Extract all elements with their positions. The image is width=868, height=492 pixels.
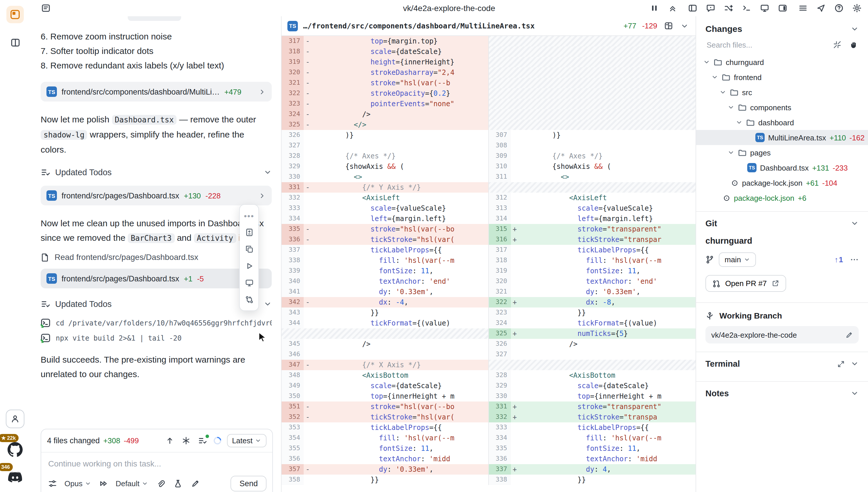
- tree-row[interactable]: TS churnguard: [696, 54, 868, 70]
- sliders-icon[interactable]: [47, 478, 57, 489]
- panel-left-icon[interactable]: [687, 3, 698, 13]
- chevron-down-icon[interactable]: [703, 58, 710, 66]
- collapse-tree-icon[interactable]: [832, 40, 842, 50]
- diff-row: 331 - {/* Y Axis */}: [282, 182, 696, 193]
- chat-bubble-icon[interactable]: [705, 3, 716, 13]
- read-file-row[interactable]: Read frontend/src/pages/Dashboard.tsx: [41, 252, 272, 262]
- file-diff-chip[interactable]: TS frontend/src/pages/Dashboard.tsx +1 -…: [41, 269, 272, 288]
- chevron-down-icon[interactable]: [850, 360, 859, 368]
- chevron-down-icon[interactable]: [727, 104, 734, 111]
- changes-status-row[interactable]: 4 files changed +308 -499: [41, 429, 272, 452]
- chevron-down-icon[interactable]: [850, 25, 859, 33]
- copy-icon[interactable]: [240, 241, 258, 257]
- mode-dropdown[interactable]: Default: [116, 479, 148, 488]
- branch-dropdown[interactable]: main: [719, 252, 756, 267]
- tree-row[interactable]: TS package-lock.json +61 -104: [696, 175, 868, 190]
- conversation-icon[interactable]: [41, 3, 51, 13]
- chevron-down-icon[interactable]: [719, 89, 726, 96]
- tree-row[interactable]: TS src: [696, 85, 868, 100]
- model-dropdown[interactable]: Opus: [65, 479, 91, 488]
- chevron-down-icon[interactable]: [727, 149, 734, 156]
- diff-sign: [304, 370, 312, 380]
- arrow-up-icon[interactable]: [165, 436, 175, 446]
- follow-hand-icon[interactable]: [848, 40, 859, 50]
- working-branch-value[interactable]: vk/4e2a-explore-the-code: [705, 326, 859, 343]
- expand-icon[interactable]: [837, 360, 845, 368]
- diff-new-cell: 307 )}: [489, 130, 696, 141]
- terminal-command-row[interactable]: + npx vite build 2>&1 | tail -20: [41, 333, 272, 343]
- diff-old-cell: 346: [282, 349, 489, 360]
- monitor-icon[interactable]: [240, 274, 258, 291]
- diff-sign: [511, 287, 519, 297]
- menu-icon[interactable]: [798, 3, 808, 13]
- tree-row[interactable]: TS MultiLineArea.tsx +110 -162: [696, 130, 868, 145]
- git-compare-icon[interactable]: [240, 291, 258, 308]
- diff-new-cell: 322 + dx: -8,: [489, 297, 696, 308]
- search-input[interactable]: [705, 40, 826, 50]
- send-button[interactable]: Send: [231, 476, 266, 491]
- snapshot-icon[interactable]: [181, 436, 191, 446]
- lab-icon[interactable]: [173, 478, 183, 489]
- diff-sign: [511, 109, 519, 120]
- changes-section-header[interactable]: Changes: [696, 16, 868, 38]
- github-link[interactable]: ★22k: [7, 442, 23, 457]
- attach-icon[interactable]: [155, 478, 166, 489]
- version-dropdown[interactable]: Latest: [227, 434, 266, 447]
- updated-todos-row[interactable]: Updated Todos: [41, 295, 272, 313]
- diff-new-cell: [489, 182, 696, 193]
- settings-gear-icon[interactable]: [852, 3, 862, 13]
- collapse-all-icon[interactable]: [667, 3, 678, 13]
- commits-ahead[interactable]: ↑1: [835, 255, 843, 264]
- chevron-down-icon[interactable]: [736, 119, 743, 126]
- account-button[interactable]: [6, 410, 24, 428]
- terminal-section-header[interactable]: Terminal: [696, 352, 868, 375]
- tree-row[interactable]: TS Dashboard.tsx +131 -233: [696, 160, 868, 175]
- discord-icon[interactable]: [7, 471, 23, 484]
- git-section-header[interactable]: Git: [696, 212, 868, 235]
- more-options-icon[interactable]: •••: [240, 207, 258, 224]
- share-icon[interactable]: [816, 3, 826, 13]
- tree-row[interactable]: TS package-lock.json +6: [696, 190, 868, 205]
- updated-todos-row[interactable]: Updated Todos: [41, 164, 272, 181]
- file-diff-icon[interactable]: [240, 224, 258, 241]
- git-branch-icon: [705, 255, 714, 264]
- file-diff-chip[interactable]: TS frontend/src/components/dashboard/Mul…: [41, 82, 272, 101]
- panel-right-icon[interactable]: [777, 3, 788, 13]
- diff-row: 351 - stroke="hsl(var(--bo 331 + stroke=…: [282, 401, 696, 412]
- play-icon[interactable]: [240, 257, 258, 274]
- todo-status-icon[interactable]: [197, 436, 208, 446]
- notes-section-header[interactable]: Notes: [696, 382, 868, 405]
- chevron-down-icon[interactable]: [264, 168, 272, 176]
- chevron-down-icon[interactable]: [679, 21, 690, 31]
- open-pr-button[interactable]: Open PR #7: [705, 275, 786, 292]
- git-compare-icon[interactable]: [723, 3, 734, 13]
- chevron-down-icon[interactable]: [264, 300, 272, 308]
- task-input[interactable]: [47, 458, 266, 469]
- chevron-down-icon[interactable]: [850, 219, 859, 227]
- kanban-view-icon[interactable]: [10, 37, 20, 48]
- tree-row[interactable]: TS components: [696, 100, 868, 115]
- chevron-down-icon[interactable]: [850, 389, 859, 397]
- diff-row: 341 dy: '0.33em', 321 dy: '0.33em',: [282, 287, 696, 297]
- total-additions: +308: [103, 436, 120, 445]
- split-view-icon[interactable]: [663, 21, 674, 31]
- tree-row[interactable]: TS frontend: [696, 70, 868, 85]
- discord-link[interactable]: 346: [7, 471, 23, 484]
- help-icon[interactable]: [834, 3, 844, 13]
- tree-row[interactable]: TS dashboard: [696, 115, 868, 130]
- diff-sign: [304, 276, 312, 287]
- pause-button[interactable]: [649, 3, 660, 13]
- tree-row[interactable]: TS pages: [696, 145, 868, 160]
- chevron-down-icon[interactable]: [711, 74, 718, 81]
- more-menu-icon[interactable]: [850, 255, 859, 264]
- terminal-command-row[interactable]: + cd /private/var/folders/10/h7w0q46556g…: [41, 318, 272, 328]
- edit-pencil-icon[interactable]: [845, 331, 853, 339]
- file-diff-chip[interactable]: TS frontend/src/pages/Dashboard.tsx +130…: [41, 186, 272, 205]
- app-logo-icon[interactable]: [6, 6, 24, 23]
- monitor-icon[interactable]: [759, 3, 770, 13]
- github-icon[interactable]: [7, 442, 23, 457]
- terminal-icon[interactable]: [742, 3, 752, 13]
- fast-forward-icon[interactable]: [98, 478, 109, 489]
- pen-icon[interactable]: [190, 478, 201, 489]
- diff-body[interactable]: 317 - top={margin.top}: [282, 36, 696, 492]
